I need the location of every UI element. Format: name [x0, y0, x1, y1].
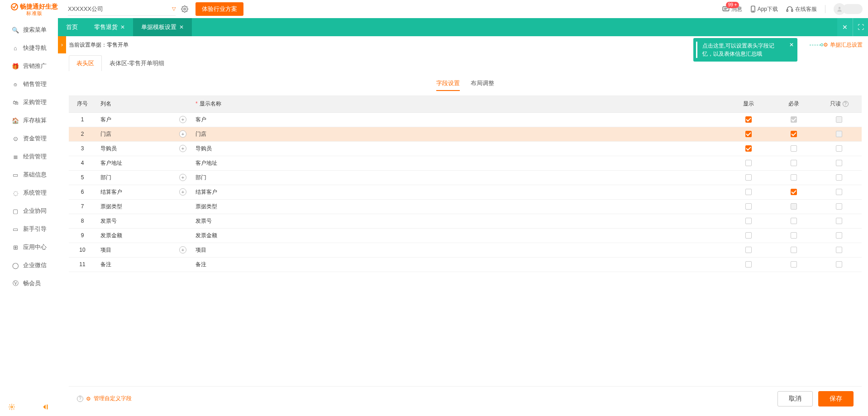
brand: 畅捷通好生意 标准版 — [5, 2, 63, 17]
checkbox-required[interactable] — [791, 131, 797, 137]
sidebar-item-14[interactable]: Ⓥ畅会员 — [0, 274, 58, 292]
online-service-button[interactable]: 在线客服 — [786, 5, 817, 13]
cell-display[interactable]: 门店 — [191, 127, 726, 141]
cell-display[interactable]: 发票号 — [191, 214, 726, 228]
checkbox-readonly[interactable] — [836, 145, 842, 152]
company-select[interactable]: XXXXXX公司 ▽ — [68, 2, 176, 16]
tab-0[interactable]: 首页 — [58, 18, 86, 36]
checkbox-show[interactable] — [745, 261, 752, 268]
checkbox-readonly[interactable] — [836, 261, 842, 268]
checkbox-show[interactable] — [745, 174, 752, 181]
cell-display[interactable]: 结算客户 — [191, 185, 726, 199]
cell-name: 备注 — [96, 257, 191, 272]
svg-rect-5 — [792, 10, 793, 11]
cell-display[interactable]: 导购员 — [191, 141, 726, 156]
user-menu[interactable] — [834, 3, 863, 15]
checkbox-show[interactable] — [745, 116, 752, 123]
sidebar-collapse-icon[interactable] — [43, 404, 50, 410]
checkbox-required[interactable] — [791, 247, 797, 253]
checkbox-show[interactable] — [745, 232, 752, 239]
cell-display[interactable]: 客户 — [191, 112, 726, 127]
checkbox-show[interactable] — [745, 247, 752, 253]
checkbox-required[interactable] — [791, 232, 797, 239]
tabbar-fullscreen-button[interactable]: ⛶ — [853, 18, 868, 36]
plan-button[interactable]: 体验行业方案 — [196, 2, 243, 16]
col-header-required: 必录 — [771, 96, 816, 112]
section-tab-0[interactable]: 表头区 — [69, 55, 102, 71]
cell-display[interactable]: 项目 — [191, 243, 726, 257]
tab-2[interactable]: 单据模板设置✕ — [133, 18, 192, 36]
sidebar-item-12[interactable]: ⊞应用中心 — [0, 238, 58, 256]
checkbox-readonly[interactable] — [836, 218, 842, 224]
tooltip-close-icon[interactable]: ✕ — [789, 41, 794, 49]
table-row: 9发票金额发票金额 — [69, 228, 862, 243]
checkbox-readonly[interactable] — [836, 247, 842, 253]
sidebar-item-8[interactable]: ▭基础信息 — [0, 166, 58, 184]
cell-display[interactable]: 票据类型 — [191, 199, 726, 214]
checkbox-show[interactable] — [745, 160, 752, 166]
checkbox-readonly[interactable] — [836, 203, 842, 210]
tabbar-close-button[interactable]: ✕ — [837, 18, 853, 36]
sidebar-item-icon: ⊙ — [12, 135, 19, 142]
app-download-button[interactable]: App下载 — [750, 5, 778, 13]
messages-button[interactable]: 99 + 消息 — [722, 5, 742, 13]
close-icon[interactable]: ✕ — [179, 24, 184, 30]
manage-custom-fields-link[interactable]: ? ⚙ 管理自定义字段 — [77, 395, 132, 402]
cell-display[interactable]: 发票金额 — [191, 228, 726, 243]
checkbox-required[interactable] — [791, 160, 797, 166]
checkbox-show[interactable] — [745, 145, 752, 152]
sidebar-item-icon: ⌾ — [12, 81, 19, 88]
add-icon[interactable]: + — [179, 130, 186, 138]
sidebar-item-4[interactable]: 🛍采购管理 — [0, 93, 58, 111]
sidebar-item-5[interactable]: 🏠库存核算 — [0, 111, 58, 129]
checkbox-readonly[interactable] — [836, 160, 842, 166]
cell-display[interactable]: 客户地址 — [191, 156, 726, 170]
add-icon[interactable]: + — [179, 145, 186, 152]
mode-tab-1[interactable]: 布局调整 — [471, 79, 494, 91]
sidebar-item-13[interactable]: ◯企业微信 — [0, 256, 58, 274]
checkbox-show[interactable] — [745, 218, 752, 224]
section-tab-1[interactable]: 表体区-零售开单明细 — [102, 55, 172, 71]
cell-display[interactable]: 备注 — [191, 257, 726, 272]
sidebar-item-9[interactable]: ◌系统管理 — [0, 184, 58, 202]
close-icon[interactable]: ✕ — [120, 24, 125, 30]
sidebar-item-10[interactable]: ▢企业协同 — [0, 202, 58, 220]
checkbox-required — [791, 203, 797, 210]
gear-icon[interactable] — [181, 5, 188, 13]
sidebar-item-label: 企业协同 — [23, 207, 47, 215]
help-icon[interactable]: ? — [843, 101, 849, 107]
checkbox-show[interactable] — [745, 131, 752, 137]
cancel-button[interactable]: 取消 — [777, 391, 813, 406]
summary-settings-link[interactable]: ⚙ 单据汇总设置 — [823, 41, 863, 49]
sidebar-settings-icon[interactable] — [8, 403, 15, 411]
checkbox-readonly[interactable] — [836, 174, 842, 181]
checkbox-required[interactable] — [791, 189, 797, 195]
add-icon[interactable]: + — [179, 246, 186, 253]
sidebar-item-7[interactable]: ≣经营管理 — [0, 148, 58, 166]
sidebar-item-2[interactable]: 🎁营销推广 — [0, 57, 58, 75]
sidebar-item-6[interactable]: ⊙资金管理 — [0, 129, 58, 148]
mode-tab-0[interactable]: 字段设置 — [436, 79, 460, 91]
add-icon[interactable]: + — [179, 174, 186, 181]
sidebar-item-3[interactable]: ⌾销售管理 — [0, 75, 58, 93]
checkbox-show[interactable] — [745, 189, 752, 195]
cell-display[interactable]: 部门 — [191, 170, 726, 185]
tab-1[interactable]: 零售退货✕ — [86, 18, 133, 36]
sidebar-item-0[interactable]: 🔍搜索菜单 — [0, 21, 58, 39]
checkbox-readonly[interactable] — [836, 232, 842, 239]
checkbox-readonly[interactable] — [836, 189, 842, 195]
sidebar-item-label: 应用中心 — [23, 243, 47, 251]
sidebar-item-11[interactable]: ▭新手引导 — [0, 220, 58, 238]
checkbox-show[interactable] — [745, 203, 752, 210]
checkbox-required[interactable] — [791, 145, 797, 152]
checkbox-required[interactable] — [791, 218, 797, 224]
add-icon[interactable]: + — [179, 188, 186, 196]
sidebar-item-1[interactable]: ⌂快捷导航 — [0, 39, 58, 57]
add-icon[interactable]: + — [179, 116, 186, 123]
table-row: 11备注备注 — [69, 257, 862, 272]
save-button[interactable]: 保存 — [818, 391, 854, 406]
crumb-expand-icon[interactable]: › — [58, 36, 66, 53]
checkbox-required[interactable] — [791, 174, 797, 181]
checkbox-required[interactable] — [791, 261, 797, 268]
svg-point-6 — [839, 7, 841, 9]
